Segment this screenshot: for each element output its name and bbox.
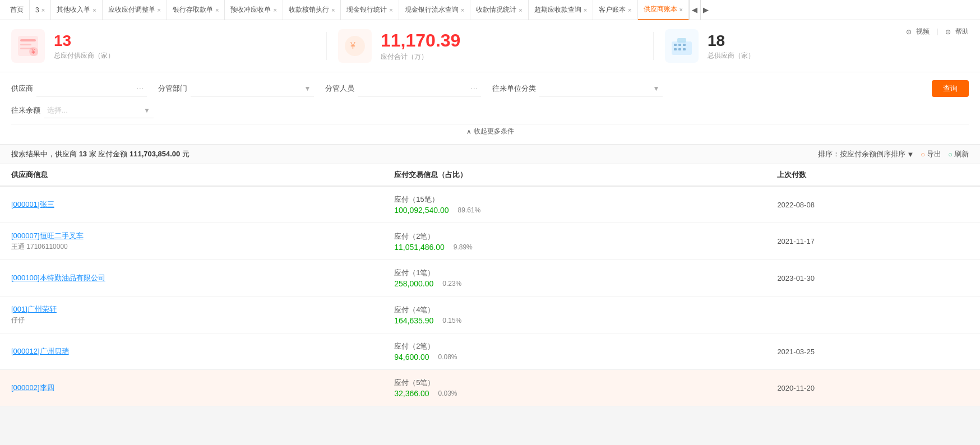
trans-row-6: 32,366.00 0.03% bbox=[394, 389, 777, 398]
supplier-link-4[interactable]: [001]广州荣轩 bbox=[11, 304, 394, 314]
nav-tab-home[interactable]: 首页 bbox=[4, 0, 30, 20]
filter-item-category: 往来单位分类 ▼ bbox=[492, 81, 663, 96]
svg-text:¥: ¥ bbox=[31, 48, 35, 55]
category-filter-input[interactable]: ▼ bbox=[539, 81, 663, 96]
help-link[interactable]: 帮助 bbox=[955, 27, 969, 36]
supplier-filter-input[interactable]: ··· bbox=[36, 81, 147, 96]
supplier-info-4: [001]广州荣轩 仔仔 bbox=[11, 304, 394, 325]
close-tab-3[interactable]: × bbox=[41, 7, 45, 13]
trans-amount-5[interactable]: 94,600.00 bbox=[394, 353, 429, 361]
supplier-link-1[interactable]: [000001]张三 bbox=[11, 200, 394, 210]
supplier-link-3[interactable]: [000100]本特勤油品有限公司 bbox=[11, 273, 394, 283]
trans-label-2: 应付（2笔） bbox=[394, 231, 777, 242]
trans-percent-4: 0.15% bbox=[442, 317, 461, 325]
supplier-info-1: [000001]张三 bbox=[11, 200, 394, 210]
supplier-link-2[interactable]: [000007]恒旺二手叉车 bbox=[11, 231, 394, 241]
export-label: 导出 bbox=[927, 149, 941, 159]
close-tab-bank-deposit[interactable]: × bbox=[215, 7, 219, 13]
dept-filter-input[interactable]: ▼ bbox=[191, 81, 314, 96]
stat-icon-1: ¥ bbox=[11, 29, 45, 63]
trans-row-2: 11,051,486.00 9.89% bbox=[394, 243, 777, 252]
trans-label-5: 应付（2笔） bbox=[394, 341, 777, 351]
trans-row-4: 164,635.90 0.15% bbox=[394, 316, 777, 325]
transaction-info-5: 应付（2笔） 94,600.00 0.08% bbox=[394, 341, 777, 361]
balance-dropdown-icon[interactable]: ▼ bbox=[144, 106, 150, 114]
search-button[interactable]: 查询 bbox=[932, 80, 969, 97]
trans-label-3: 应付（1笔） bbox=[394, 268, 777, 278]
nav-tab-3[interactable]: 3 × bbox=[30, 0, 51, 20]
sort-label: 排序：按应付余额倒序排序 bbox=[818, 149, 905, 159]
category-input-field[interactable] bbox=[543, 84, 650, 92]
supplier-info-2: [000007]恒旺二手叉车 王通 17106110000 bbox=[11, 231, 394, 252]
nav-tab-cash-bank-flow[interactable]: 现金银行流水查询 × bbox=[399, 0, 470, 20]
nav-tab-overdue[interactable]: 超期应收款查询 × bbox=[529, 0, 593, 20]
collapse-filter-button[interactable]: ∧ 收起更多条件 bbox=[11, 124, 969, 138]
filter-row-1: 供应商 ··· 分管部门 ▼ 分管人员 ··· 往来单位分类 bbox=[11, 80, 969, 97]
link-divider: ｜ bbox=[934, 27, 941, 36]
dept-input-field[interactable] bbox=[194, 84, 302, 92]
category-dropdown-icon[interactable]: ▼ bbox=[653, 85, 659, 92]
close-tab-customer[interactable]: × bbox=[628, 7, 631, 13]
balance-filter-input[interactable]: ▼ bbox=[44, 103, 154, 118]
nav-tab-advance-sales[interactable]: 预收冲应收单 × bbox=[225, 0, 283, 20]
supplier-link-6[interactable]: [000002]李四 bbox=[11, 383, 394, 393]
person-dots-icon[interactable]: ··· bbox=[470, 84, 478, 94]
transaction-info-1: 应付（15笔） 100,092,540.00 89.61% bbox=[394, 194, 777, 215]
trans-percent-2: 9.89% bbox=[454, 243, 473, 251]
close-tab-receipt-stat[interactable]: × bbox=[519, 7, 522, 13]
supplier-filter-label: 供应商 bbox=[11, 84, 33, 94]
nav-next-arrow[interactable]: ▶ bbox=[700, 0, 711, 20]
transaction-info-4: 应付（4笔） 164,635.90 0.15% bbox=[394, 305, 777, 325]
nav-tab-cash-bank-stat[interactable]: 现金银行统计 × bbox=[341, 0, 399, 20]
nav-tab-receipt-verify[interactable]: 收款核销执行 × bbox=[283, 0, 341, 20]
trans-amount-6[interactable]: 32,366.00 bbox=[394, 389, 429, 398]
close-tab-overdue[interactable]: × bbox=[584, 7, 587, 13]
last-payment-1: 2022-08-08 bbox=[777, 201, 969, 209]
results-bar: 搜索结果中，供应商 13 家 应付金额 111,703,854.00 元 排序：… bbox=[0, 145, 980, 164]
nav-tab-supplier[interactable]: 供应商账本 × bbox=[638, 0, 689, 20]
close-tab-supplier[interactable]: × bbox=[679, 6, 683, 13]
supplier-input-field[interactable] bbox=[40, 84, 134, 92]
close-tab-ap-adjust[interactable]: × bbox=[158, 7, 161, 13]
nav-tab-bank-deposit[interactable]: 银行存取款单 × bbox=[167, 0, 225, 20]
close-tab-receipt-verify[interactable]: × bbox=[331, 7, 335, 13]
dept-filter-label: 分管部门 bbox=[158, 84, 187, 94]
table-row: [000001]张三 应付（15笔） 100,092,540.00 89.61%… bbox=[0, 187, 980, 223]
trans-amount-4[interactable]: 164,635.90 bbox=[394, 316, 433, 325]
refresh-button[interactable]: ○ 刷新 bbox=[948, 149, 969, 159]
export-button[interactable]: ○ 导出 bbox=[921, 149, 941, 159]
trans-percent-3: 0.23% bbox=[442, 280, 461, 288]
supplier-sub-4: 仔仔 bbox=[11, 316, 394, 325]
dept-dropdown-icon[interactable]: ▼ bbox=[304, 85, 311, 92]
stat-icon-3 bbox=[665, 29, 699, 63]
nav-tab-customer[interactable]: 客户账本 × bbox=[593, 0, 637, 20]
stat-icon-2: ¥ bbox=[338, 29, 372, 63]
table-row: [000007]恒旺二手叉车 王通 17106110000 应付（2笔） 11,… bbox=[0, 223, 980, 260]
stat-number-3: 18 bbox=[708, 32, 755, 50]
refresh-circle-icon: ○ bbox=[948, 150, 953, 159]
svg-rect-12 bbox=[674, 48, 677, 50]
nav-tab-ap-adjust[interactable]: 应收应付调整单 × bbox=[103, 0, 167, 20]
video-link[interactable]: 视频 bbox=[916, 27, 930, 36]
nav-tab-other-income[interactable]: 其他收入单 × bbox=[51, 0, 102, 20]
supplier-dots-icon[interactable]: ··· bbox=[136, 84, 144, 94]
svg-rect-13 bbox=[678, 48, 681, 50]
close-tab-advance-sales[interactable]: × bbox=[273, 7, 276, 13]
close-tab-cash-bank-stat[interactable]: × bbox=[389, 7, 392, 13]
person-filter-input[interactable]: ··· bbox=[358, 81, 481, 96]
nav-prev-arrow[interactable]: ◀ bbox=[689, 0, 700, 20]
filter-item-supplier: 供应商 ··· bbox=[11, 81, 147, 96]
trans-amount-1[interactable]: 100,092,540.00 bbox=[394, 206, 449, 215]
person-input-field[interactable] bbox=[361, 84, 468, 92]
supplier-link-5[interactable]: [000012]广州贝瑞 bbox=[11, 346, 394, 356]
sort-select[interactable]: 排序：按应付余额倒序排序 ▼ bbox=[818, 149, 914, 159]
trans-amount-3[interactable]: 258,000.00 bbox=[394, 279, 433, 288]
svg-rect-9 bbox=[674, 44, 677, 46]
balance-filter-label: 往来余额 bbox=[11, 105, 40, 115]
close-tab-cash-bank-flow[interactable]: × bbox=[461, 7, 464, 13]
nav-tab-receipt-stat[interactable]: 收款情况统计 × bbox=[470, 0, 528, 20]
balance-input-field[interactable] bbox=[47, 106, 141, 114]
close-tab-other-income[interactable]: × bbox=[93, 7, 96, 13]
trans-amount-2[interactable]: 11,051,486.00 bbox=[394, 243, 445, 252]
stat-text-1: 13 总应付供应商（家） bbox=[54, 32, 114, 61]
